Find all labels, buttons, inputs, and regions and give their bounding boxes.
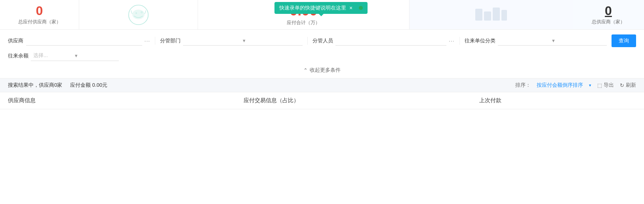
supplier-more-icon[interactable]: ··· (145, 38, 151, 44)
refresh-button[interactable]: ↻ 刷新 (620, 82, 636, 89)
bg-decoration (410, 0, 573, 29)
supplier-label: 供应商 (8, 37, 24, 44)
result-summary: 搜索结果中，供应商0家 (8, 82, 62, 89)
search-button[interactable]: 查询 (612, 34, 636, 47)
unit-category-dropdown[interactable]: ▾ (498, 36, 607, 46)
svg-point-3 (141, 11, 143, 13)
svg-rect-4 (475, 9, 482, 21)
filter-area: 供应商 ··· 分管部门 ▾ 分管人员 ··· 往来单位分类 ▾ (0, 30, 644, 78)
total-suppliers-number: 0 (605, 4, 612, 17)
balance-arrow-icon: ▾ (75, 53, 116, 59)
svg-point-2 (135, 12, 137, 13)
department-dropdown[interactable]: ▾ (183, 36, 302, 46)
result-bar: 搜索结果中，供应商0家 应付金额 0.00元 排序： 按应付会额倒序排序 ▾ ⬚… (0, 78, 644, 92)
department-label: 分管部门 (160, 37, 181, 44)
refresh-icon: ↻ (620, 82, 624, 88)
filter-row-2: 往来余额 选择... ▾ (8, 50, 636, 61)
stat-total-suppliers: 0 总供应商（家） (573, 0, 644, 29)
result-info: 搜索结果中，供应商0家 应付金额 0.00元 (8, 82, 107, 89)
svg-rect-5 (484, 11, 491, 21)
export-icon: ⬚ (597, 82, 602, 88)
stat-icon-area (79, 0, 198, 29)
manager-more-icon[interactable]: ··· (449, 38, 455, 44)
col-transaction-info-header: 应付交易信息（占比） (244, 97, 479, 104)
sort-value[interactable]: 按应付会额倒序排序 (537, 82, 583, 89)
result-actions: 排序： 按应付会额倒序排序 ▾ ⬚ 导出 ↻ 刷新 (515, 82, 636, 89)
filter-row-1: 供应商 ··· 分管部门 ▾ 分管人员 ··· 往来单位分类 ▾ (8, 34, 636, 47)
balance-field: 往来余额 选择... ▾ (8, 50, 119, 61)
collapse-chevron-icon: ⌃ (303, 67, 308, 73)
unit-category-arrow-icon: ▾ (552, 38, 604, 44)
export-button[interactable]: ⬚ 导出 (597, 82, 614, 89)
supplier-field: 供应商 ··· (8, 36, 150, 46)
supplier-input[interactable] (26, 36, 142, 46)
stats-bar: 0 总应付供应商（家） 0.00 应付合计（万） 快速录单的快捷键说明在这里 × (0, 0, 644, 30)
department-arrow-icon: ▾ (243, 38, 300, 44)
svg-rect-7 (501, 10, 507, 21)
payable-suppliers-label: 总应付供应商（家） (18, 19, 61, 25)
collapse-button[interactable]: ⌃ 收起更多条件 (295, 64, 349, 76)
col-last-payment-header: 上次付款 (479, 97, 636, 104)
tooltip-text: 快速录单的快捷键说明在这里 (279, 4, 346, 11)
manager-field: 分管人员 ··· (312, 36, 455, 46)
balance-placeholder: 选择... (33, 52, 75, 59)
col-supplier-label: 供应商信息 (8, 97, 36, 103)
table-body (0, 109, 644, 204)
sort-label: 排序： (515, 82, 531, 89)
department-field: 分管部门 ▾ (160, 36, 302, 46)
col-supplier-info-header: 供应商信息 (8, 97, 244, 104)
total-suppliers-label: 总供应商（家） (592, 19, 625, 25)
result-amount: 应付金额 0.00元 (70, 82, 107, 89)
balance-dropdown[interactable]: 选择... ▾ (31, 50, 119, 61)
manager-label: 分管人员 (312, 37, 333, 44)
pig-icon (128, 4, 149, 26)
table-header: 供应商信息 应付交易信息（占比） 上次付款 (0, 92, 644, 109)
col-transaction-label: 应付交易信息（占比） (244, 97, 299, 103)
svg-rect-6 (493, 8, 500, 21)
tooltip-close-button[interactable]: × (349, 5, 352, 11)
balance-label: 往来余额 (8, 52, 29, 59)
col-last-payment-label: 上次付款 (479, 97, 501, 103)
export-label: 导出 (604, 82, 614, 89)
payable-suppliers-number: 0 (36, 4, 43, 17)
divider-1 (155, 37, 155, 45)
manager-input[interactable] (335, 36, 447, 46)
refresh-label: 刷新 (626, 82, 636, 89)
tooltip-dot (359, 6, 363, 10)
stat-payable-suppliers: 0 总应付供应商（家） (0, 0, 79, 29)
payable-total-label: 应付合计（万） (287, 19, 320, 26)
shortcut-tooltip: 快速录单的快捷键说明在这里 × (274, 2, 368, 14)
divider-2 (307, 37, 308, 45)
unit-category-field: 往来单位分类 ▾ (465, 36, 607, 46)
divider-3 (459, 37, 460, 45)
collapse-label: 收起更多条件 (310, 67, 341, 74)
unit-category-label: 往来单位分类 (465, 37, 495, 44)
sort-arrow-icon: ▾ (589, 83, 591, 88)
